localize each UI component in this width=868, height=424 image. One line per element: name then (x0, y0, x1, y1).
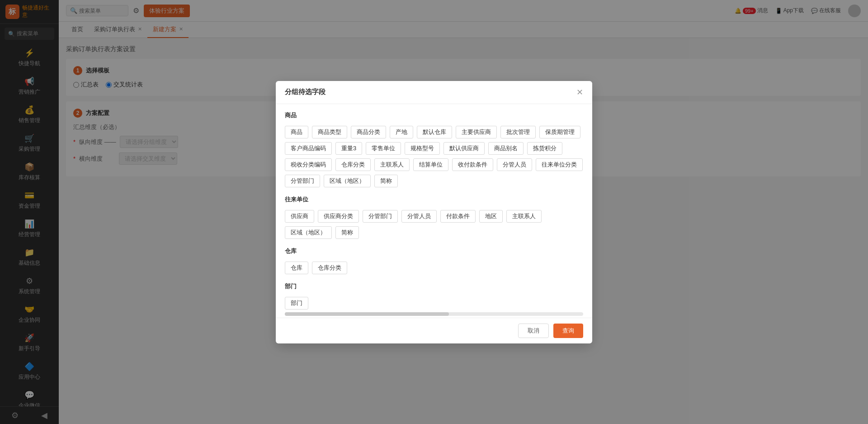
tag-wh-category[interactable]: 仓库分类 (312, 262, 347, 274)
section-warehouse-title: 仓库 (285, 247, 583, 257)
modal-cancel-button[interactable]: 取消 (518, 324, 549, 338)
tag-warehouse-category[interactable]: 仓库分类 (335, 158, 371, 171)
tag-supplier[interactable]: 供应商 (285, 210, 314, 223)
tag-cp-manager[interactable]: 分管人员 (401, 210, 437, 223)
section-goods-title: 商品 (285, 111, 583, 121)
tag-tax-category[interactable]: 税收分类编码 (285, 158, 332, 171)
tag-default-warehouse[interactable]: 默认仓库 (417, 126, 452, 138)
tag-retail-unit[interactable]: 零售单位 (366, 142, 401, 155)
modal-header: 分组待选字段 ✕ (276, 81, 592, 104)
modal-title: 分组待选字段 (285, 88, 326, 96)
field-select-modal: 分组待选字段 ✕ 商品 商品 商品类型 商品分类 产地 默认 (276, 81, 592, 343)
tag-goods-category[interactable]: 商品分类 (351, 126, 386, 138)
tag-pick-points[interactable]: 拣货积分 (527, 142, 562, 155)
tag-area[interactable]: 地区 (479, 210, 503, 223)
tag-spec-model[interactable]: 规格型号 (405, 142, 440, 155)
tag-batch-mgmt[interactable]: 批次管理 (500, 126, 536, 138)
tag-supplier-category[interactable]: 供应商分类 (318, 210, 359, 223)
tag-cp-main-contact[interactable]: 主联系人 (506, 210, 542, 223)
section-goods: 商品 商品 商品类型 商品分类 产地 默认仓库 主要供应商 批次管理 保质期管理 (285, 111, 583, 187)
tag-main-contact[interactable]: 主联系人 (374, 158, 410, 171)
tag-cp-region[interactable]: 区域（地区） (285, 226, 332, 239)
tag-goods-type[interactable]: 商品类型 (312, 126, 347, 138)
tag-dept[interactable]: 分管部门 (285, 175, 320, 187)
modal-confirm-button[interactable]: 查询 (553, 324, 583, 338)
section-warehouse-tags: 仓库 仓库分类 (285, 262, 583, 274)
section-warehouse: 仓库 仓库 仓库分类 (285, 247, 583, 274)
modal-hscroll-bar[interactable] (276, 310, 592, 317)
modal-body: 商品 商品 商品类型 商品分类 产地 默认仓库 主要供应商 批次管理 保质期管理 (276, 104, 592, 311)
tag-default-supplier[interactable]: 默认供应商 (443, 142, 485, 155)
tag-cp-dept[interactable]: 分管部门 (363, 210, 398, 223)
section-counterpart-tags: 供应商 供应商分类 分管部门 分管人员 付款条件 地区 主联系人 区域（地区） … (285, 210, 583, 239)
tag-abbrev[interactable]: 简称 (374, 175, 398, 187)
modal-close-button[interactable]: ✕ (576, 87, 583, 97)
tag-shelf-life[interactable]: 保质期管理 (539, 126, 580, 138)
section-counterpart: 往来单位 供应商 供应商分类 分管部门 分管人员 付款条件 地区 主联系人 区域… (285, 195, 583, 239)
modal-overlay: 分组待选字段 ✕ 商品 商品 商品类型 商品分类 产地 默认 (59, 38, 868, 424)
section-counterpart-title: 往来单位 (285, 195, 583, 205)
page-content: 采购订单执行表方案设置 1 选择模板 汇总表 交叉统计表 (59, 38, 868, 424)
section-goods-tags: 商品 商品类型 商品分类 产地 默认仓库 主要供应商 批次管理 保质期管理 客户… (285, 126, 583, 187)
tag-origin[interactable]: 产地 (390, 126, 413, 138)
tag-goods[interactable]: 商品 (285, 126, 308, 138)
tag-main-supplier[interactable]: 主要供应商 (456, 126, 497, 138)
tag-cp-abbrev[interactable]: 简称 (335, 226, 359, 239)
section-department-title: 部门 (285, 282, 583, 292)
tag-customer-sku[interactable]: 客户商品编码 (285, 142, 332, 155)
tag-goods-alias[interactable]: 商品别名 (488, 142, 524, 155)
tag-warehouse[interactable]: 仓库 (285, 262, 308, 274)
section-department: 部门 部门 (285, 282, 583, 310)
modal-footer: 取消 查询 (276, 318, 592, 343)
tag-counterpart-category[interactable]: 往来单位分类 (536, 158, 583, 171)
tag-payment-terms[interactable]: 收付款条件 (452, 158, 493, 171)
tag-weight3[interactable]: 重量3 (335, 142, 362, 155)
tag-payment-cond[interactable]: 付款条件 (440, 210, 476, 223)
tag-department[interactable]: 部门 (285, 297, 308, 310)
tag-manager[interactable]: 分管人员 (497, 158, 532, 171)
section-department-tags: 部门 (285, 297, 583, 310)
tag-region[interactable]: 区域（地区） (324, 175, 371, 187)
main-area: 🔍 ⚙ 体验行业方案 🔔 99+ 消息 📱 App下载 💬 在 (59, 0, 868, 424)
tag-settlement-unit[interactable]: 结算单位 (413, 158, 448, 171)
